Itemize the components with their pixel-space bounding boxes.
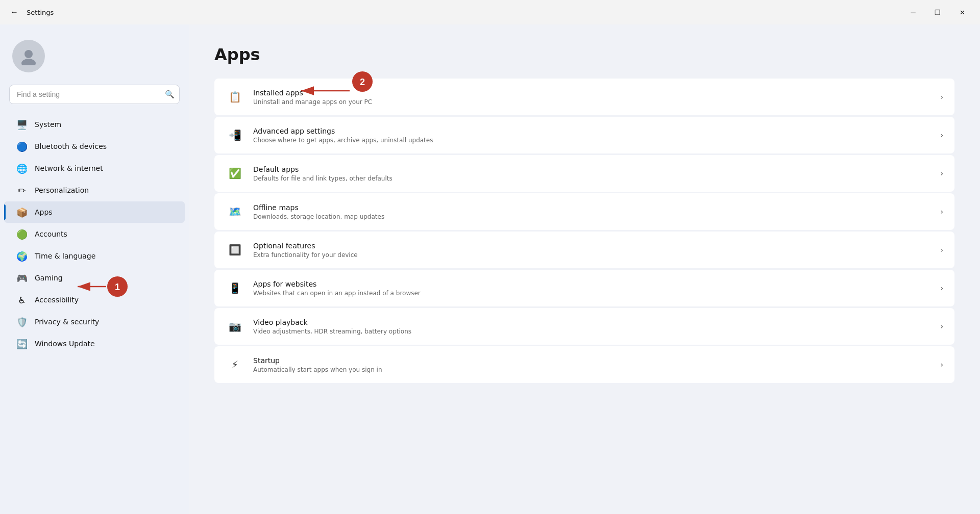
settings-item-default-apps[interactable]: ✅ Default apps Defaults for file and lin… [214,155,954,192]
apps-for-websites-icon: 📱 [226,279,244,297]
startup-icon: ⚡ [226,355,244,374]
sidebar-item-network[interactable]: 🌐 Network & internet [4,158,185,179]
settings-item-advanced-app-settings[interactable]: 📲 Advanced app settings Choose where to … [214,117,954,153]
sidebar-item-label: Apps [35,208,53,216]
sidebar-item-label: Windows Update [35,340,95,348]
main-content: Apps 📋 Installed apps Uninstall and mana… [189,24,980,514]
nav-list: 🖥️ System 🔵 Bluetooth & devices 🌐 Networ… [0,113,189,355]
sidebar-item-accessibility[interactable]: ♿ Accessibility [4,289,185,311]
sidebar-item-label: Privacy & security [35,318,99,326]
settings-item-installed-apps[interactable]: 📋 Installed apps Uninstall and manage ap… [214,79,954,115]
default-apps-text: Default apps Defaults for file and link … [253,165,931,182]
sidebar-item-label: Gaming [35,274,63,282]
default-apps-icon: ✅ [226,164,244,183]
chevron-right-icon: › [940,131,943,139]
gaming-icon: 🎮 [16,272,28,284]
chevron-right-icon: › [940,284,943,292]
apps-for-websites-desc: Websites that can open in an app instead… [253,290,931,297]
settings-item-video-playback[interactable]: 📷 Video playback Video adjustments, HDR … [214,308,954,345]
sidebar-item-label: System [35,120,61,128]
accounts-icon: 🟢 [16,228,28,240]
sidebar-item-label: Accounts [35,230,67,238]
settings-item-apps-for-websites[interactable]: 📱 Apps for websites Websites that can op… [214,270,954,306]
video-playback-desc: Video adjustments, HDR streaming, batter… [253,328,931,335]
installed-apps-icon: 📋 [226,88,244,106]
sidebar-profile [0,35,189,85]
chevron-right-icon: › [940,208,943,216]
startup-title: Startup [253,356,931,365]
chevron-right-icon: › [940,361,943,369]
svg-point-1 [21,59,36,65]
advanced-app-settings-desc: Choose where to get apps, archive apps, … [253,137,931,144]
search-icon[interactable]: 🔍 [165,90,175,99]
advanced-app-settings-text: Advanced app settings Choose where to ge… [253,127,931,144]
chevron-right-icon: › [940,169,943,177]
offline-maps-icon: 🗺️ [226,202,244,221]
optional-features-title: Optional features [253,242,931,250]
back-button[interactable]: ← [6,4,22,20]
optional-features-desc: Extra functionality for your device [253,251,931,259]
chevron-right-icon: › [940,246,943,254]
window-controls: ─ ❐ ✕ [901,4,974,20]
sidebar-item-personalization[interactable]: ✏️ Personalization [4,179,185,201]
sidebar-item-system[interactable]: 🖥️ System [4,114,185,135]
startup-desc: Automatically start apps when you sign i… [253,366,931,373]
apps-icon: 📦 [16,207,28,218]
apps-for-websites-text: Apps for websites Websites that can open… [253,280,931,297]
default-apps-desc: Defaults for file and link types, other … [253,175,931,182]
search-box: 🔍 [9,85,180,104]
offline-maps-desc: Downloads, storage location, map updates [253,213,931,220]
maximize-button[interactable]: ❐ [926,4,949,20]
sidebar-item-update[interactable]: 🔄 Windows Update [4,333,185,354]
sidebar-item-privacy[interactable]: 🛡️ Privacy & security [4,311,185,332]
installed-apps-title: Installed apps [253,89,931,97]
privacy-icon: 🛡️ [16,316,28,327]
installed-apps-text: Installed apps Uninstall and manage apps… [253,89,931,106]
network-icon: 🌐 [16,163,28,174]
chevron-right-icon: › [940,322,943,330]
advanced-app-settings-icon: 📲 [226,126,244,144]
avatar [12,40,45,72]
minimize-button[interactable]: ─ [901,4,925,20]
search-input[interactable] [9,85,180,104]
close-button[interactable]: ✕ [950,4,974,20]
sidebar-item-accounts[interactable]: 🟢 Accounts [4,223,185,245]
update-icon: 🔄 [16,338,28,349]
settings-item-startup[interactable]: ⚡ Startup Automatically start apps when … [214,346,954,383]
app-title: Settings [27,9,54,16]
system-icon: 🖥️ [16,119,28,130]
advanced-app-settings-title: Advanced app settings [253,127,931,135]
sidebar-item-label: Personalization [35,186,89,194]
video-playback-title: Video playback [253,318,931,326]
video-playback-text: Video playback Video adjustments, HDR st… [253,318,931,335]
sidebar-item-time[interactable]: 🌍 Time & language [4,245,185,267]
sidebar-item-label: Bluetooth & devices [35,142,107,150]
settings-item-offline-maps[interactable]: 🗺️ Offline maps Downloads, storage locat… [214,193,954,230]
startup-text: Startup Automatically start apps when yo… [253,356,931,373]
settings-item-optional-features[interactable]: 🔲 Optional features Extra functionality … [214,232,954,268]
optional-features-text: Optional features Extra functionality fo… [253,242,931,259]
chevron-right-icon: › [940,93,943,101]
sidebar-item-label: Network & internet [35,164,103,172]
settings-list: 📋 Installed apps Uninstall and manage ap… [214,79,954,383]
sidebar-item-label: Accessibility [35,296,79,304]
video-playback-icon: 📷 [226,317,244,336]
sidebar-item-label: Time & language [35,252,95,260]
app-body: 🔍 🖥️ System 🔵 Bluetooth & devices 🌐 Netw… [0,24,980,514]
optional-features-icon: 🔲 [226,241,244,259]
default-apps-title: Default apps [253,165,931,173]
sidebar-item-apps[interactable]: 📦 Apps [4,201,185,223]
sidebar-item-gaming[interactable]: 🎮 Gaming [4,267,185,289]
installed-apps-desc: Uninstall and manage apps on your PC [253,98,931,106]
apps-for-websites-title: Apps for websites [253,280,931,288]
titlebar: ← Settings ─ ❐ ✕ [0,0,980,24]
offline-maps-title: Offline maps [253,203,931,212]
personalization-icon: ✏️ [16,185,28,196]
time-icon: 🌍 [16,250,28,262]
accessibility-icon: ♿ [16,294,28,305]
sidebar: 🔍 🖥️ System 🔵 Bluetooth & devices 🌐 Netw… [0,24,189,514]
offline-maps-text: Offline maps Downloads, storage location… [253,203,931,220]
sidebar-item-bluetooth[interactable]: 🔵 Bluetooth & devices [4,136,185,157]
bluetooth-icon: 🔵 [16,141,28,152]
page-title: Apps [214,45,954,64]
